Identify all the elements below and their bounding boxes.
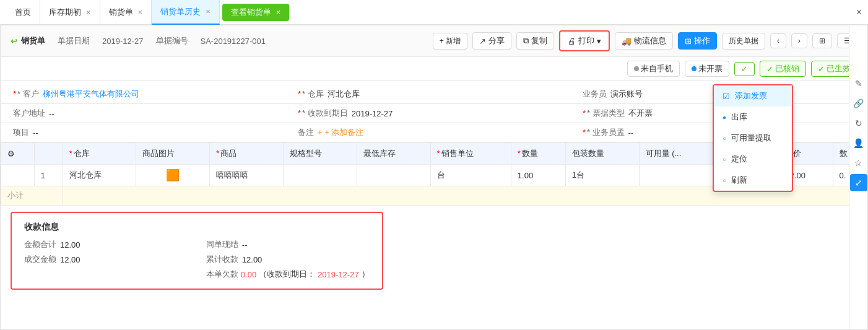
payment-date-value: 2019-12-27 <box>352 109 393 118</box>
col-product: *商品 <box>210 143 284 165</box>
tab-sales-label: 销货单 <box>109 7 133 18</box>
tab-sales-close[interactable]: × <box>138 7 143 17</box>
add-invoice-icon: ☑ <box>723 92 730 101</box>
logistics-icon: 🚚 <box>622 37 631 46</box>
prev-button[interactable]: ‹ <box>770 33 786 48</box>
from-phone-button[interactable]: 来自手机 <box>627 61 680 77</box>
check-icon: ✓ <box>741 64 748 74</box>
cell-settings <box>1 165 35 186</box>
operation-button[interactable]: ⊞ 操作 <box>678 32 717 50</box>
payment-title: 收款信息 <box>24 222 370 233</box>
print-label: 打印 <box>578 35 594 46</box>
total-label: 金额合计 <box>24 239 56 250</box>
doc-date-label: 单据日期 <box>58 35 90 46</box>
next-button[interactable]: › <box>791 33 807 48</box>
document-meta: 单据日期 2019-12-27 单据编号 SA-20191227-001 <box>58 35 266 46</box>
same-order-row: 同单现结 -- <box>206 239 370 250</box>
cell-seq: 1 <box>34 165 63 186</box>
tab-view-sales[interactable]: 查看销货单 × <box>222 4 290 21</box>
project-value: -- <box>33 128 38 137</box>
bill-type-label: * 票据类型 <box>583 108 625 119</box>
sidebar-user-icon[interactable]: 👤 <box>850 134 867 152</box>
check-icon-btn[interactable]: ✓ <box>734 62 755 76</box>
sidebar-edit-icon[interactable]: ✎ <box>850 75 867 92</box>
tab-sales-history[interactable]: 销货单历史 × <box>152 0 220 25</box>
tab-sales[interactable]: 销货单 × <box>100 0 152 25</box>
document-header: ↩ 销货单 单据日期 2019-12-27 单据编号 SA-20191227-0… <box>1 25 867 57</box>
sidebar-link-icon[interactable]: 🔗 <box>850 95 867 112</box>
toolbar-right: + 新增 ↗ 分享 ⧉ 复制 🖨 打印 ▾ 🚚 <box>433 30 857 51</box>
logistics-button[interactable]: 🚚 物流信息 <box>615 32 673 50</box>
project-label: 项目 <box>13 127 29 138</box>
tab-inventory-label: 库存期初 <box>49 7 81 18</box>
doc-number-value: SA-20191227-001 <box>201 37 266 46</box>
check-mark: ✓ <box>766 64 773 74</box>
dropdown-delivery[interactable]: ● 出库 <box>714 106 792 128</box>
available-qty-icon: ○ <box>723 135 726 142</box>
print-highlight-box: 🖨 打印 ▾ <box>559 30 610 51</box>
locate-icon: ○ <box>723 156 726 163</box>
from-phone-label: 来自手机 <box>641 63 673 74</box>
sidebar-refresh-icon[interactable]: ↻ <box>850 115 867 132</box>
window-close-button[interactable]: × <box>856 7 862 18</box>
salesman-value: -- <box>628 128 634 137</box>
col-available: 可用量 (... <box>639 143 718 165</box>
warehouse-field: * 仓库 河北仓库 <box>298 89 570 100</box>
customer-label: * 客户 <box>13 89 39 100</box>
print-button[interactable]: 🖨 打印 ▾ <box>562 33 607 49</box>
print-dropdown-icon: ▾ <box>597 37 601 46</box>
already-reversed-badge: ✓ 已核销 <box>760 61 806 77</box>
subtotal-label: 小计 <box>1 186 63 206</box>
cell-qty: 1.00 <box>511 165 565 186</box>
bottom-panel: 收款信息 金额合计 12.00 同单现结 -- 成交金额 12.00 <box>1 206 867 296</box>
dropdown-add-invoice[interactable]: ☑ 添加发票 <box>714 85 792 106</box>
dropdown-refresh[interactable]: ○ 刷新 <box>714 170 792 191</box>
add-remark-button[interactable]: + + 添加备注 <box>318 127 363 138</box>
col-settings[interactable]: ⚙ <box>1 143 35 165</box>
history-button[interactable]: 历史单据 <box>722 33 765 50</box>
product-image: 🟧 <box>166 169 180 181</box>
transaction-value: 12.00 <box>60 255 80 264</box>
doc-title-icon: ↩ <box>11 37 17 46</box>
cell-warehouse: 河北仓库 <box>63 165 136 186</box>
sidebar-expand-icon[interactable]: ⤢ <box>850 174 867 191</box>
share-button[interactable]: ↗ 分享 <box>472 32 511 50</box>
cumulative-label: 累计收款 <box>206 254 238 265</box>
dropdown-available-qty[interactable]: ○ 可用量提取 <box>714 128 792 149</box>
payment-info: 收款信息 金额合计 12.00 同单现结 -- 成交金额 12.00 <box>11 212 383 290</box>
copy-label: 复制 <box>531 35 547 46</box>
address-value: -- <box>49 109 54 118</box>
share-icon: ↗ <box>479 37 486 46</box>
tab-view-sales-close[interactable]: × <box>276 7 281 17</box>
doc-date-value: 2019-12-27 <box>102 37 144 46</box>
effective-check: ✓ <box>818 64 825 74</box>
customer-value[interactable]: 柳州粤港平安气体有限公司 <box>43 89 139 100</box>
tab-inventory[interactable]: 库存期初 × <box>40 0 100 25</box>
settings-icon[interactable]: ⚙ <box>7 149 15 158</box>
cell-product-img: 🟧 <box>136 165 210 186</box>
dropdown-locate[interactable]: ○ 定位 <box>714 149 792 170</box>
tab-inventory-close[interactable]: × <box>86 7 91 17</box>
col-min-stock: 最低库存 <box>357 143 430 165</box>
locate-label: 定位 <box>731 154 747 165</box>
new-button[interactable]: + 新增 <box>433 33 467 50</box>
cell-pack-qty: 1台 <box>565 165 639 186</box>
transaction-label: 成交金额 <box>24 254 56 265</box>
grid-view-button[interactable]: ⊞ <box>812 33 832 48</box>
col-pack-qty: 包装数量 <box>565 143 639 165</box>
delivery-icon: ● <box>723 114 726 121</box>
copy-button[interactable]: ⧉ 复制 <box>516 32 554 50</box>
tab-view-sales-label: 查看销货单 <box>231 7 271 18</box>
doc-number-label: 单据编号 <box>156 35 188 46</box>
remark-field: 备注 + + 添加备注 <box>298 127 570 138</box>
tab-home[interactable]: 首页 <box>6 0 40 25</box>
from-phone-dot <box>634 66 639 71</box>
sidebar-star-icon[interactable]: ☆ <box>850 154 867 172</box>
refresh-icon: ○ <box>723 177 726 184</box>
tab-sales-history-close[interactable]: × <box>206 7 210 16</box>
total-value: 12.00 <box>60 240 80 250</box>
not-opened-label: 未开票 <box>698 63 723 74</box>
same-order-value: -- <box>242 240 248 250</box>
payment-date-field: * 收款到期日 2019-12-27 <box>298 108 570 119</box>
not-opened-button[interactable]: 未开票 <box>685 61 729 77</box>
